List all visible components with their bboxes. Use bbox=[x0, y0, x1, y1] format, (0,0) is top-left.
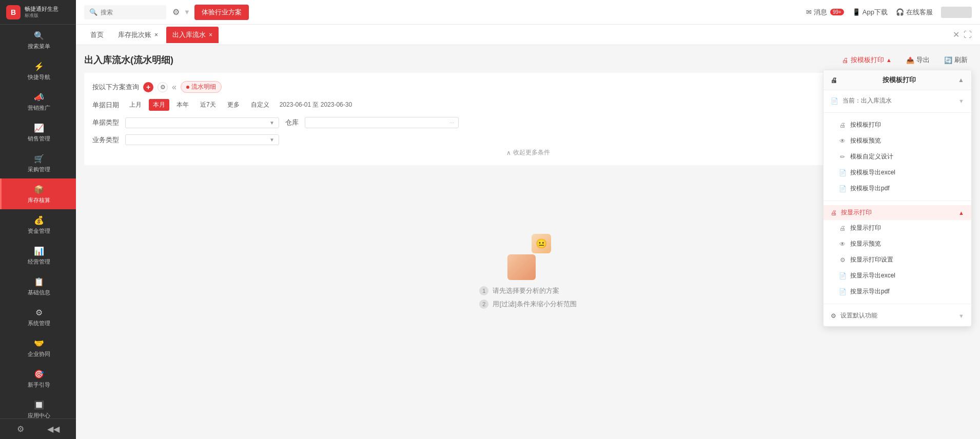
dropdown-display-section-header[interactable]: 🖨 按显示打印 ▲ bbox=[824, 205, 971, 220]
dropdown-default-func[interactable]: ⚙ 设置默认功能 ▼ bbox=[824, 308, 971, 323]
default-func-icon: ⚙ bbox=[831, 312, 836, 320]
sidebar: B 畅捷通好生意 标准版 🔍 搜索菜单 ⚡ 快捷导航 📣 营销推广 📈 销售管理… bbox=[0, 0, 76, 439]
user-avatar[interactable] bbox=[941, 7, 972, 18]
export-icon: 📤 bbox=[906, 56, 914, 64]
topbar-left: 🔍 ⚙ ▼ 体验行业方案 bbox=[84, 5, 249, 20]
template-preview-icon: 👁 bbox=[839, 137, 846, 145]
app-download-button[interactable]: 📱 App下载 bbox=[852, 8, 888, 17]
close-tab-icon[interactable]: ✕ bbox=[953, 30, 959, 39]
app-download-icon: 📱 bbox=[852, 8, 860, 16]
dropdown-display-print[interactable]: 🖨 按显示打印 bbox=[824, 220, 971, 236]
sidebar-item-label: 快捷导航 bbox=[28, 73, 50, 81]
messages-button[interactable]: ✉ 消息 99+ bbox=[806, 8, 844, 17]
business-type-select[interactable]: ▼ bbox=[125, 134, 279, 145]
bill-type-select[interactable]: ▼ bbox=[125, 117, 279, 128]
sidebar-item-inventory[interactable]: 📦 库存核算 bbox=[0, 178, 76, 209]
dropdown-template-custom[interactable]: ✏ 模板自定义设计 bbox=[824, 149, 971, 165]
sidebar-item-operations[interactable]: 📊 经营管理 bbox=[0, 240, 76, 271]
filter-collapse-button[interactable]: « bbox=[172, 83, 177, 92]
refresh-button[interactable]: 🔄 刷新 bbox=[940, 53, 972, 67]
dropdown-display-preview[interactable]: 👁 按显示预览 bbox=[824, 236, 971, 252]
sidebar-item-marketing[interactable]: 📣 营销推广 bbox=[0, 86, 76, 117]
sidebar-bottom: ⚙ ◀◀ bbox=[0, 418, 76, 439]
date-custom[interactable]: 自定义 bbox=[247, 99, 273, 111]
purchase-icon: 🛒 bbox=[33, 153, 45, 164]
sidebar-logo: B 畅捷通好生意 标准版 bbox=[0, 0, 76, 25]
dropdown-display-section: 🖨 按显示打印 ▲ 🖨 按显示打印 👁 按显示预览 bbox=[824, 202, 971, 303]
headset-icon: 🎧 bbox=[896, 8, 904, 16]
dropdown-collapse-arrow[interactable]: ▲ bbox=[958, 76, 964, 84]
date-current-year[interactable]: 本年 bbox=[172, 99, 193, 111]
enterprise-icon: 🤝 bbox=[33, 337, 45, 349]
sidebar-item-app-center[interactable]: 🔲 应用中心 bbox=[0, 394, 76, 418]
display-preview-icon: 👁 bbox=[839, 241, 846, 248]
page-content: 出入库流水(流水明细) 🖨 按模板打印 ▲ 📤 导出 🔄 刷新 bbox=[76, 45, 980, 439]
current-section-arrow: ▼ bbox=[958, 98, 964, 104]
sidebar-item-basic-info[interactable]: 📋 基础信息 bbox=[0, 271, 76, 302]
dropdown-display-export-excel[interactable]: 📄 按显示导出excel bbox=[824, 268, 971, 284]
sidebar-item-label: 企业协同 bbox=[28, 350, 50, 358]
sidebar-item-enterprise[interactable]: 🤝 企业协同 bbox=[0, 332, 76, 363]
warehouse-label: 仓库 bbox=[285, 118, 299, 127]
filter-add-button[interactable]: + bbox=[143, 82, 153, 92]
customer-service-button[interactable]: 🎧 在线客服 bbox=[896, 8, 933, 17]
display-pdf-icon: 📄 bbox=[839, 288, 846, 295]
tab-batch-account[interactable]: 库存批次账 × bbox=[112, 27, 164, 43]
date-more[interactable]: 更多 bbox=[223, 99, 244, 111]
warehouse-select[interactable]: ··· bbox=[305, 117, 459, 128]
dropdown-display-export-pdf[interactable]: 📄 按显示导出pdf bbox=[824, 284, 971, 300]
trial-industry-button[interactable]: 体验行业方案 bbox=[194, 5, 249, 20]
export-button[interactable]: 📤 导出 bbox=[902, 53, 934, 67]
sidebar-item-purchase[interactable]: 🛒 采购管理 bbox=[0, 148, 76, 178]
page-header: 出入库流水(流水明细) 🖨 按模板打印 ▲ 📤 导出 🔄 刷新 bbox=[84, 53, 972, 67]
template-print-icon: 🖨 bbox=[839, 122, 846, 129]
topbar-dropdown-arrow[interactable]: ▼ bbox=[184, 8, 190, 16]
sidebar-item-search-menu[interactable]: 🔍 搜索菜单 bbox=[0, 25, 76, 55]
sidebar-item-guide[interactable]: 🎯 新手引导 bbox=[0, 363, 76, 394]
sidebar-item-label: 经营管理 bbox=[28, 258, 50, 266]
tab-inventory-flow[interactable]: 出入库流水 × bbox=[166, 27, 219, 43]
sidebar-item-quick-nav[interactable]: ⚡ 快捷导航 bbox=[0, 55, 76, 86]
sidebar-item-finance[interactable]: 💰 资金管理 bbox=[0, 209, 76, 240]
settings-bottom-icon[interactable]: ⚙ bbox=[17, 424, 24, 434]
print-template-button[interactable]: 🖨 按模板打印 ▲ bbox=[838, 53, 896, 67]
empty-face-shape: 😐 bbox=[532, 234, 551, 253]
dropdown-template-print[interactable]: 🖨 按模板打印 bbox=[824, 117, 971, 133]
dropdown-template-section: 🖨 按模板打印 👁 按模板预览 ✏ 模板自定义设计 📄 bbox=[824, 114, 971, 199]
dropdown-template-export-pdf[interactable]: 📄 按模板导出pdf bbox=[824, 181, 971, 196]
dropdown-display-print-settings[interactable]: ⚙ 按显示打印设置 bbox=[824, 252, 971, 268]
dropdown-template-preview[interactable]: 👁 按模板预览 bbox=[824, 133, 971, 149]
tab-batch-account-close[interactable]: × bbox=[154, 31, 158, 38]
maximize-tab-icon[interactable]: ⛶ bbox=[964, 30, 972, 39]
business-type-arrow: ▼ bbox=[269, 137, 275, 143]
date-prev-month[interactable]: 上月 bbox=[125, 99, 146, 111]
sidebar-item-label: 营销推广 bbox=[28, 104, 50, 112]
sidebar-item-label: 采购管理 bbox=[28, 166, 50, 173]
step-2-number: 2 bbox=[479, 300, 488, 309]
empty-illustration: 😐 bbox=[505, 234, 551, 280]
topbar-settings-icon[interactable]: ⚙ bbox=[172, 7, 180, 17]
print-dropdown-arrow: ▲ bbox=[886, 57, 892, 63]
step-1-number: 1 bbox=[479, 286, 488, 295]
filter-tag[interactable]: 流水明细 bbox=[181, 81, 222, 93]
topbar-search-box[interactable]: 🔍 bbox=[84, 5, 166, 19]
step-2-text: 用[过滤]条件来缩小分析范围 bbox=[493, 300, 576, 309]
filter-settings-button[interactable]: ⚙ bbox=[158, 82, 168, 92]
sidebar-item-system[interactable]: ⚙ 系统管理 bbox=[0, 302, 76, 332]
current-doc-icon: 📄 bbox=[831, 97, 838, 105]
sidebar-item-label: 销售管理 bbox=[28, 135, 50, 143]
message-icon: ✉ bbox=[806, 8, 812, 16]
sidebar-item-sales[interactable]: 📈 销售管理 bbox=[0, 117, 76, 148]
dropdown-template-export-excel[interactable]: 📄 按模板导出excel bbox=[824, 165, 971, 181]
chevron-up-icon: ∧ bbox=[506, 149, 511, 156]
collapse-sidebar-icon[interactable]: ◀◀ bbox=[47, 424, 60, 434]
guide-icon: 🎯 bbox=[33, 368, 45, 380]
search-input[interactable] bbox=[101, 9, 161, 16]
date-current-month[interactable]: 本月 bbox=[149, 99, 169, 111]
tab-home[interactable]: 首页 bbox=[84, 27, 110, 43]
date-range-display: 2023-06-01 至 2023-06-30 bbox=[280, 101, 352, 109]
dropdown-current-item[interactable]: 📄 当前：出入库流水 ▼ bbox=[824, 93, 971, 108]
print-icon: 🖨 bbox=[842, 56, 849, 64]
tab-inventory-flow-close[interactable]: × bbox=[209, 31, 212, 38]
date-last-7-days[interactable]: 近7天 bbox=[196, 99, 220, 111]
